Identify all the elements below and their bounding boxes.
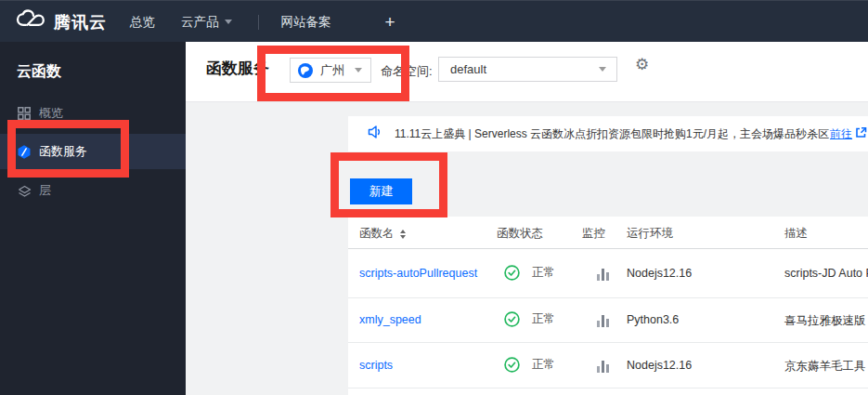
column-header-description: 描述: [784, 226, 808, 242]
promo-banner: 11.11云上盛典 | Serverless 云函数冰点折扣资源包限时抢购1元/…: [348, 116, 868, 151]
nav-website-icp[interactable]: 网站备案: [281, 14, 331, 31]
description-cell: 喜马拉雅极速版: [784, 313, 866, 329]
namespace-value: default: [450, 62, 486, 76]
namespace-label: 命名空间:: [381, 63, 433, 80]
table-row: xmly_speed 正常 Python3.6 喜马拉雅极速版: [348, 298, 868, 343]
chevron-down-icon: [599, 67, 606, 72]
brand-name: 腾讯云: [54, 11, 107, 33]
chevron-down-icon: [225, 20, 232, 24]
column-header-function-name[interactable]: 函数名: [359, 226, 406, 242]
monitor-chart-icon[interactable]: [597, 360, 609, 376]
column-header-monitor: 监控: [582, 226, 605, 242]
region-value: 广州: [320, 62, 344, 79]
sidebar-item-label: 概览: [39, 105, 63, 122]
page-header: 函数服务 广州 命名空间: default ⚙: [186, 42, 868, 102]
function-name-link[interactable]: xmly_speed: [359, 313, 421, 326]
sidebar: 云函数 概览 函数服务 层: [0, 42, 186, 395]
sidebar-item-label: 层: [39, 182, 51, 199]
runtime-cell: Nodejs12.16: [627, 267, 692, 280]
status-text: 正常: [532, 265, 555, 281]
table-header: 函数名 函数状态 监控 运行环境 描述: [348, 217, 868, 249]
create-button[interactable]: 新建: [350, 178, 412, 204]
sidebar-item-function-service[interactable]: 函数服务: [0, 134, 186, 169]
status-cell: 正常: [504, 357, 555, 373]
description-cell: 京东薅羊毛工具: [784, 359, 866, 375]
description-cell: scripts-JD Auto P: [784, 267, 868, 280]
topnav: 总览 云产品 网站备案 +: [130, 1, 395, 43]
sort-icon[interactable]: [400, 230, 406, 239]
status-cell: 正常: [504, 311, 555, 327]
sidebar-item-label: 函数服务: [39, 143, 87, 160]
column-header-status: 函数状态: [497, 226, 543, 242]
namespace-select[interactable]: default: [438, 57, 617, 82]
sidebar-item-layers[interactable]: 层: [0, 173, 186, 208]
check-circle-icon: [504, 357, 520, 373]
sidebar-item-overview[interactable]: 概览: [0, 96, 186, 131]
globe-icon: [298, 63, 313, 78]
runtime-cell: Python3.6: [627, 313, 679, 326]
monitor-chart-icon[interactable]: [597, 314, 609, 331]
function-name-link[interactable]: scripts-autoPullrequest: [359, 267, 477, 280]
function-name-link[interactable]: scripts: [359, 359, 393, 372]
check-circle-icon: [504, 311, 520, 327]
banner-link[interactable]: 前往: [830, 126, 852, 142]
external-link-icon[interactable]: [855, 125, 867, 142]
nav-cloud-products[interactable]: 云产品: [181, 14, 232, 31]
status-text: 正常: [532, 357, 555, 373]
table-row: scripts 正常 Nodejs12.16 京东薅羊毛工具: [348, 343, 868, 388]
chevron-down-icon: [355, 68, 362, 72]
hexagon-function-icon: [17, 144, 32, 159]
topbar: 腾讯云 总览 云产品 网站备案 +: [0, 0, 868, 42]
status-text: 正常: [532, 311, 555, 327]
page-title: 函数服务: [206, 58, 269, 79]
brand[interactable]: 腾讯云: [15, 1, 107, 43]
status-cell: 正常: [504, 265, 555, 281]
table-row: scripts-autoPullrequest 正常 Nodejs12.16 s…: [348, 249, 868, 298]
layers-icon: [17, 183, 32, 198]
grid-icon: [17, 106, 32, 121]
megaphone-icon: [368, 125, 383, 143]
region-selector[interactable]: 广州: [290, 58, 371, 83]
nav-overview[interactable]: 总览: [130, 14, 155, 31]
tencent-cloud-logo-icon: [15, 8, 45, 36]
sidebar-title: 云函数: [17, 62, 61, 82]
gear-icon[interactable]: ⚙: [635, 55, 649, 73]
check-circle-icon: [504, 265, 520, 281]
add-tab-button[interactable]: +: [385, 12, 395, 33]
function-table: 函数名 函数状态 监控 运行环境 描述 scripts-autoPullrequ…: [348, 217, 868, 395]
banner-text: 11.11云上盛典 | Serverless 云函数冰点折扣资源包限时抢购1元/…: [395, 126, 829, 142]
monitor-chart-icon[interactable]: [597, 268, 609, 284]
runtime-cell: Nodejs12.16: [627, 359, 692, 372]
nav-divider: [258, 15, 259, 30]
column-header-runtime: 运行环境: [627, 226, 673, 242]
